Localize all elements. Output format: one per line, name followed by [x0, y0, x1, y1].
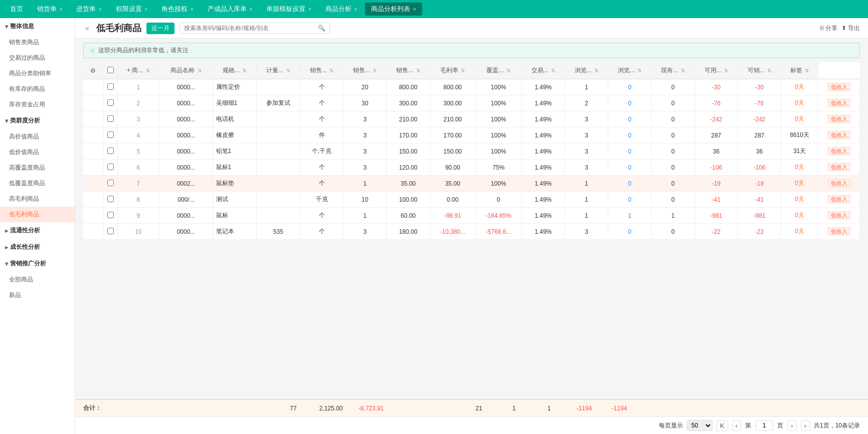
nav-product-analysis-list[interactable]: 商品分析列表 ×: [365, 3, 422, 16]
last-page-btn[interactable]: ›: [801, 420, 810, 431]
row-view1[interactable]: 0: [608, 111, 651, 127]
nav-close-analysis-list[interactable]: ×: [413, 7, 416, 12]
row-checkbox[interactable]: [107, 164, 114, 170]
row-checkbox[interactable]: [107, 131, 114, 138]
sidebar-item-high-value[interactable]: 高价值商品: [0, 129, 75, 144]
select-all-checkbox[interactable]: [107, 67, 114, 73]
row-checkbox-cell[interactable]: [103, 79, 117, 95]
row-view1[interactable]: 0: [608, 160, 651, 176]
sidebar-item-stock-capital[interactable]: 库存资金占用: [0, 97, 75, 112]
col-available[interactable]: 可用... ⇅: [695, 62, 738, 79]
sidebar-item-low-coverage[interactable]: 低覆盖度商品: [0, 176, 75, 191]
nav-close-purchase[interactable]: ×: [99, 7, 102, 12]
row-checkbox-cell[interactable]: [103, 127, 117, 143]
row-checkbox-cell[interactable]: [103, 208, 117, 224]
search-input[interactable]: [184, 25, 318, 32]
row-checkbox[interactable]: [107, 148, 114, 154]
sidebar-item-traded-products[interactable]: 交易过的商品: [0, 50, 75, 66]
sidebar-item-high-margin[interactable]: 高毛利商品: [0, 191, 75, 207]
sidebar-group-marketing[interactable]: ▾ 营销推广分析: [0, 255, 75, 272]
col-sales-qty[interactable]: 销售... ⇅: [300, 62, 343, 79]
row-checkbox-cell[interactable]: [103, 160, 117, 176]
prev-page-btn[interactable]: ‹: [732, 420, 741, 431]
export-btn[interactable]: ⬆ 导出: [841, 24, 860, 33]
row-checkbox-cell[interactable]: [103, 95, 117, 111]
row-checkbox[interactable]: [107, 212, 114, 218]
sidebar-item-stock-products[interactable]: 有库存的商品: [0, 81, 75, 97]
row-view1[interactable]: 0: [608, 143, 651, 160]
row-checkbox[interactable]: [107, 99, 114, 106]
col-current[interactable]: 现有... ⇅: [651, 62, 695, 79]
sidebar-item-category-rate[interactable]: 商品分类助销率: [0, 66, 75, 81]
next-page-btn[interactable]: ›: [787, 420, 796, 431]
sidebar-item-low-value[interactable]: 低价值商品: [0, 144, 75, 160]
col-sales-price[interactable]: 销售... ⇅: [343, 62, 387, 79]
row-checkbox[interactable]: [107, 228, 114, 234]
first-page-btn[interactable]: K: [717, 420, 728, 431]
row-checkbox-cell[interactable]: [103, 111, 117, 127]
row-checkbox-cell[interactable]: [103, 176, 117, 192]
sidebar-group-overall[interactable]: ▾ 整体信息: [0, 18, 75, 35]
search-icon[interactable]: 🔍: [318, 25, 325, 32]
nav-close-permission[interactable]: ×: [145, 7, 148, 12]
nav-role[interactable]: 角色授权 ×: [155, 3, 199, 16]
nav-close-role[interactable]: ×: [191, 7, 194, 12]
col-coverage[interactable]: 覆盖... ⇅: [475, 62, 522, 79]
col-tag-sort: ⇅: [805, 68, 809, 73]
share-btn[interactable]: ⎘ 分享: [820, 24, 837, 33]
page-input[interactable]: [755, 420, 773, 430]
col-spec[interactable]: 规格... ⇅: [213, 62, 256, 79]
nav-close-template[interactable]: ×: [308, 7, 311, 12]
nav-close-product-entry[interactable]: ×: [250, 7, 253, 12]
col-view2[interactable]: 浏览... ⇅: [608, 62, 651, 79]
col-tag[interactable]: 标签 ⇅: [781, 62, 818, 79]
nav-template[interactable]: 单据模板设置 ×: [260, 3, 317, 16]
row-checkbox[interactable]: [107, 196, 114, 202]
row-checkbox[interactable]: [107, 115, 114, 122]
nav-close-sales[interactable]: ×: [60, 7, 63, 12]
row-checkbox-cell[interactable]: [103, 224, 117, 240]
col-view1[interactable]: 浏览... ⇅: [565, 62, 608, 79]
sidebar-collapse-btn[interactable]: «: [83, 22, 91, 34]
row-checkbox[interactable]: [107, 180, 114, 186]
nav-close-product-analysis[interactable]: ×: [354, 7, 357, 12]
col-saleable[interactable]: 可销... ⇅: [738, 62, 781, 79]
nav-product-analysis[interactable]: 商品分析 ×: [319, 3, 363, 16]
select-all-col[interactable]: [103, 62, 117, 79]
row-checkbox[interactable]: [107, 83, 114, 90]
nav-home[interactable]: 首页: [4, 3, 29, 16]
nav-permission[interactable]: 权限设置 ×: [110, 3, 153, 16]
col-trade[interactable]: 交易... ⇅: [522, 62, 565, 79]
nav-product-entry[interactable]: 产成品入库单 ×: [202, 3, 258, 16]
per-page-select[interactable]: 50 100 200: [687, 420, 713, 431]
col-sales-amount[interactable]: 销售... ⇅: [387, 62, 430, 79]
column-settings-icon[interactable]: ⚙: [90, 67, 96, 74]
row-view1[interactable]: 0: [608, 79, 651, 95]
sidebar-item-new-products[interactable]: 新品: [0, 287, 75, 303]
row-sales-price: 100.00: [387, 192, 430, 208]
filter-period-btn[interactable]: 近一月: [146, 23, 175, 34]
col-name[interactable]: 商品名称 ⇅: [159, 62, 213, 79]
col-unit[interactable]: 计量... ⇅: [256, 62, 300, 79]
sidebar-group-class[interactable]: ▾ 类群度分析: [0, 112, 75, 129]
row-view1[interactable]: 0: [608, 95, 651, 111]
sidebar-group-flow[interactable]: ▸ 流通性分析: [0, 222, 75, 239]
row-view1[interactable]: 0: [608, 176, 651, 192]
row-view1[interactable]: 0: [608, 192, 651, 208]
row-view1[interactable]: 0: [608, 224, 651, 240]
col-view2-label: 浏览...: [618, 67, 635, 74]
settings-col[interactable]: ⚙: [83, 62, 103, 79]
nav-sales[interactable]: 销货单 ×: [31, 3, 68, 16]
nav-purchase[interactable]: 进货单 ×: [70, 3, 107, 16]
col-code[interactable]: + 商... ⇅: [117, 62, 159, 79]
row-checkbox-cell[interactable]: [103, 192, 117, 208]
row-view1[interactable]: 0: [608, 127, 651, 143]
sidebar-item-sales-products[interactable]: 销售类商品: [0, 35, 75, 50]
col-gross-margin[interactable]: 毛利率 ⇅: [430, 62, 475, 79]
sidebar-item-all-products[interactable]: 全部商品: [0, 272, 75, 287]
sidebar-item-high-coverage[interactable]: 高覆盖度商品: [0, 160, 75, 176]
sidebar-item-low-margin[interactable]: 低毛利商品: [0, 207, 75, 222]
row-view1[interactable]: 1: [608, 208, 651, 224]
row-checkbox-cell[interactable]: [103, 143, 117, 160]
sidebar-group-growth[interactable]: ▸ 成长性分析: [0, 239, 75, 255]
